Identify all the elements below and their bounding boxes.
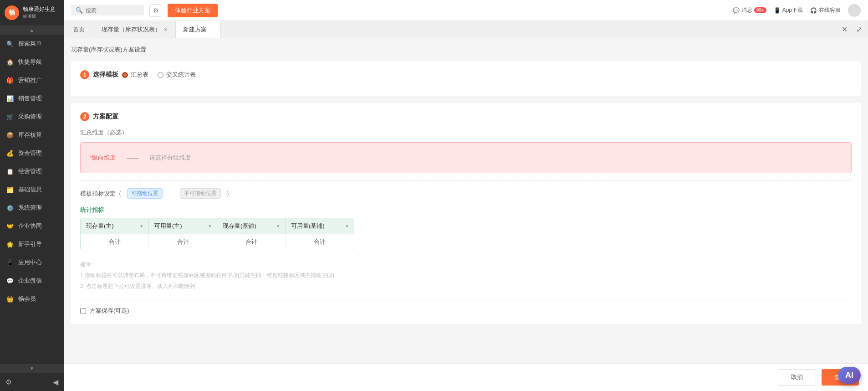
sidebar-item-label: 基础信息: [18, 185, 42, 194]
sidebar-scroll-up[interactable]: ▲: [0, 26, 64, 35]
dimension-area[interactable]: *纵向维度 —— 请选择分组维度: [80, 142, 852, 173]
sidebar-item-basic-info[interactable]: 🗂️ 基础信息: [0, 180, 64, 199]
message-label: 消息: [741, 6, 752, 14]
sidebar-item-quick-nav[interactable]: 🏠 快捷导航: [0, 53, 64, 71]
stats-col-3[interactable]: 可用量(基辅) ▾: [286, 218, 354, 234]
close-tab-icon[interactable]: ✕: [839, 24, 850, 35]
chevron-down-icon-3[interactable]: ▾: [346, 223, 348, 229]
tab-new-plan[interactable]: 新建方案 ✕: [176, 21, 221, 38]
sidebar-scroll-down[interactable]: ▼: [0, 364, 64, 373]
indicator-setting: 模板指标设定（ 可拖动位置 不可拖动位置 ）: [80, 188, 852, 199]
radio-cross-input[interactable]: [158, 72, 163, 78]
stats-cell-0-0: 合计: [81, 234, 149, 250]
stats-col-1[interactable]: 可用量(主) ▾: [149, 218, 217, 234]
sidebar-item-label: 采购管理: [18, 113, 42, 121]
cancel-button[interactable]: 取消: [778, 369, 816, 386]
online-service-action[interactable]: 🎧 在线客服: [810, 6, 841, 14]
chevron-down-icon-2[interactable]: ▾: [277, 223, 280, 229]
sidebar-item-member[interactable]: 👑 畅会员: [0, 290, 64, 308]
stats-col-2-label: 现存量(基辅): [223, 222, 256, 230]
app-name: 畅康通好生意: [23, 6, 56, 13]
top-header: 🔍 ⚙ 体验行业方案 💬 消息 99+ 📱 App下载 🎧 在线客服: [64, 0, 868, 21]
tab-inventory-close-icon[interactable]: ✕: [163, 26, 168, 33]
vertical-dim-label: *纵向维度: [90, 154, 116, 162]
online-service-label: 在线客服: [819, 6, 841, 14]
section-divider-2: [80, 299, 852, 299]
expand-tab-icon[interactable]: ⤢: [853, 24, 864, 35]
tab-bar: 首页 现存量（库存状况表） ✕ 新建方案 ✕ ✕ ⤢: [64, 21, 868, 38]
tab-home[interactable]: 首页: [64, 21, 94, 38]
sidebar-item-label: 经营管理: [18, 167, 42, 175]
trial-industry-button[interactable]: 体验行业方案: [168, 4, 218, 17]
chevron-down-icon-1[interactable]: ▾: [209, 223, 211, 229]
tab-inventory-status[interactable]: 现存量（库存状况表） ✕: [94, 21, 176, 38]
save-option-label[interactable]: 方案保存(可选): [90, 307, 129, 315]
tab-new-close-icon[interactable]: ✕: [209, 26, 213, 33]
dim-placeholder: 请选择分组维度: [149, 154, 191, 162]
sidebar-item-label: 营销推广: [18, 76, 42, 84]
radio-summary-input[interactable]: [122, 72, 128, 78]
gear-button[interactable]: ⚙: [149, 4, 162, 17]
section2-title: 方案配置: [93, 113, 118, 121]
sidebar-item-inventory[interactable]: 📦 库存核算: [0, 126, 64, 144]
search-input[interactable]: [86, 7, 139, 14]
sidebar-item-sales[interactable]: 📊 销售管理: [0, 89, 64, 108]
sidebar-item-label: 资金管理: [18, 149, 42, 157]
sidebar-item-app-center[interactable]: 📱 应用中心: [0, 253, 64, 272]
stats-cell-0-1: 合计: [149, 234, 217, 250]
header-right: 💬 消息 99+ 📱 App下载 🎧 在线客服: [733, 4, 861, 17]
message-action[interactable]: 💬 消息 99+: [733, 6, 766, 14]
sidebar-item-search-menu[interactable]: 🔍 搜索菜单: [0, 35, 64, 53]
stats-section-label: 统计指标: [80, 206, 852, 214]
search-menu-icon: 🔍: [5, 39, 15, 48]
sidebar-item-wechat[interactable]: 💬 企业微信: [0, 272, 64, 290]
member-icon: 👑: [5, 294, 15, 304]
basic-info-icon: 🗂️: [5, 185, 15, 194]
stats-cell-0-3: 合计: [286, 234, 354, 250]
stats-col-0[interactable]: 现存量(主) ▾: [81, 218, 149, 234]
content-area: 现存量(库存状况表)方案设置 1 选择模板 汇总表 交叉统计表: [64, 38, 868, 363]
page-title: 现存量(库存状况表)方案设置: [71, 46, 861, 54]
section1-header: 1 选择模板 汇总表 交叉统计表: [80, 70, 852, 79]
sidebar-item-label: 畅会员: [18, 295, 36, 303]
section1-num: 1: [80, 70, 89, 79]
sidebar-item-label: 系统管理: [18, 204, 42, 212]
chevron-down-icon-0[interactable]: ▾: [140, 223, 143, 229]
headset-icon: 🎧: [810, 7, 817, 14]
marketing-icon: 🎁: [5, 76, 15, 85]
footer-bar: 取消 查询: [64, 363, 868, 391]
sidebar-item-newbie[interactable]: 🌟 新手引导: [0, 235, 64, 253]
purchase-icon: 🛒: [5, 112, 15, 121]
sidebar-item-label: 企业协同: [18, 222, 42, 230]
sidebar-item-system[interactable]: ⚙️ 系统管理: [0, 199, 64, 217]
radio-summary[interactable]: 汇总表: [122, 71, 148, 79]
sales-icon: 📊: [5, 94, 15, 103]
sidebar-item-purchase[interactable]: 🛒 采购管理: [0, 108, 64, 126]
indicator-close-paren: ）: [226, 190, 232, 198]
sidebar-item-label: 销售管理: [18, 94, 42, 103]
stats-col-2[interactable]: 现存量(基辅) ▾: [217, 218, 286, 234]
audio-icon[interactable]: ◀: [53, 378, 58, 386]
user-avatar[interactable]: [848, 4, 861, 17]
draggable-badge: 可拖动位置: [127, 188, 163, 199]
ai-bubble[interactable]: Ai: [838, 367, 861, 384]
sidebar-footer: ⚙ ◀: [0, 373, 64, 391]
sidebar-item-business[interactable]: 📋 经营管理: [0, 162, 64, 180]
sidebar-item-finance[interactable]: 💰 资金管理: [0, 144, 64, 162]
search-bar[interactable]: 🔍: [71, 5, 144, 15]
sidebar-item-label: 库存核算: [18, 131, 42, 139]
sidebar-item-label: 企业微信: [18, 277, 42, 285]
save-checkbox[interactable]: [80, 308, 86, 314]
search-icon: 🔍: [76, 7, 83, 14]
stats-col-3-label: 可用量(基辅): [291, 222, 325, 230]
sidebar-item-label: 应用中心: [18, 258, 42, 267]
settings-icon[interactable]: ⚙: [5, 378, 12, 386]
tips-item-0: 1.拖动标题栏可以调整布局，不可跨维度或指标区域拖动栏目字段(只能在同一维度或指…: [80, 270, 852, 281]
sidebar-item-cooperation[interactable]: 🤝 企业协同: [0, 217, 64, 235]
tab-bar-actions: ✕ ⤢: [839, 24, 868, 35]
phone-icon: 📱: [774, 7, 781, 14]
sidebar-item-marketing[interactable]: 🎁 营销推广: [0, 71, 64, 89]
stats-col-0-label: 现存量(主): [86, 222, 114, 230]
radio-cross[interactable]: 交叉统计表: [158, 71, 196, 79]
app-download-action[interactable]: 📱 App下载: [774, 6, 803, 14]
